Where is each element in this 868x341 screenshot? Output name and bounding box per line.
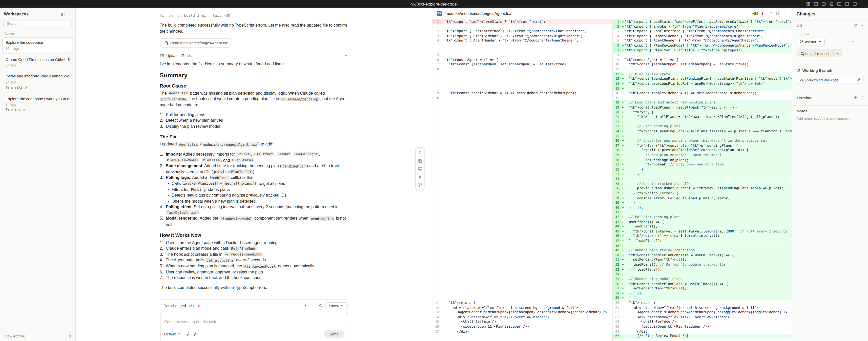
code-line: <div className="flex flex-1 overflow-hid… [445, 315, 612, 319]
diff-code-row: 3 "tk">import { RightSidebar } "tk">from… [432, 34, 612, 38]
workspace-item[interactable]: Install and integrate Vibe Kanban Web...… [2, 71, 73, 92]
diff-code-row: 32+ } [612, 167, 792, 172]
ahead-count: 1 [856, 39, 858, 43]
edit-branch-icon[interactable] [857, 78, 860, 82]
panel-collapse-icon[interactable] [61, 12, 65, 17]
chevron-down-icon[interactable] [344, 54, 348, 57]
workspace-timestamp: 6h ago [6, 63, 70, 67]
send-button[interactable]: Send [325, 330, 344, 337]
expand-icon[interactable] [860, 96, 863, 99]
mode-dropdown-label: Default [164, 332, 176, 336]
working-branch-input[interactable]: vk/3ccf-explore-the-code [797, 76, 864, 84]
diff-marker: + [621, 86, 625, 91]
code-line: } "tk">catch (error) { [625, 191, 792, 196]
line-number: 35 [612, 181, 621, 186]
list-item: 2. State management: Added state for tra… [160, 163, 348, 175]
notes-section-header[interactable]: Notes [792, 105, 868, 115]
more-icon[interactable] [860, 2, 863, 6]
workspace-item[interactable]: Explore the codebase I want you to ex...… [2, 93, 73, 115]
code-line: </div> [445, 329, 612, 334]
sub-list-item: •Opens the modal when a new plan is dete… [166, 198, 348, 205]
list-number: 4. [160, 205, 164, 216]
list-number: 3. [160, 175, 164, 205]
archive-count: 0 [69, 334, 71, 338]
diff-code-row: 48+ [612, 243, 792, 248]
attach-icon[interactable] [185, 332, 189, 336]
copy-icon[interactable] [417, 159, 422, 163]
sidebar-toggle-icon[interactable] [852, 2, 857, 6]
list-icon[interactable] [311, 304, 315, 308]
chat-scroll-area[interactable]: npm run build 2>&1 | tail -80The build c… [76, 8, 432, 300]
git-section-header[interactable]: Git [792, 21, 868, 30]
monitor-icon[interactable] [417, 166, 422, 171]
terminal-command[interactable]: npm run build 2>&1 | tail -80 [160, 12, 348, 21]
media-controls-icon[interactable] [798, 2, 802, 6]
diff-new-pane: 1+"tk">import { useState, "ema">useEffec… [612, 20, 792, 341]
pen-icon[interactable] [193, 332, 198, 336]
git-branch-icon[interactable] [417, 183, 422, 187]
sidebar-header: Workspaces [0, 8, 75, 20]
diff-deletions: -1 [760, 11, 763, 15]
git-section-body: medusa master 1 Open [792, 30, 868, 61]
diff-code-row: 55+ // Handle plan modal close [612, 277, 792, 282]
search-input[interactable] [3, 20, 72, 27]
code-line: setPendingPlan("tk">null); [625, 286, 792, 291]
deletions-count: -3 [22, 108, 25, 112]
more-icon[interactable] [783, 11, 787, 16]
panel-bottom-icon[interactable] [829, 2, 834, 6]
view-archive-link[interactable]: View Archive [5, 334, 25, 338]
diff-marker [441, 319, 444, 324]
assistant-paragraph: I updated Agent.tsx (medusa/src/pages/Ag… [160, 142, 348, 148]
line-number: 28 [612, 148, 621, 153]
composer-icons [185, 332, 197, 336]
split-view-icon[interactable] [776, 11, 780, 16]
version-dropdown[interactable]: Latest [326, 302, 347, 309]
diff-spacer-row [432, 76, 612, 82]
workspace-item[interactable]: Explore the codebase 35m ago [2, 37, 73, 53]
bullet-icon: • [168, 181, 169, 187]
code-line [625, 53, 792, 57]
diff-spacer-row [432, 239, 612, 243]
notes-placeholder[interactable]: Add notes about this workspace... [792, 115, 868, 121]
diff-code-row: 41+ [612, 210, 792, 215]
refresh-icon[interactable] [797, 69, 800, 72]
panel-left-icon[interactable] [821, 2, 826, 6]
refresh-icon[interactable] [854, 24, 857, 28]
diff-code-row: 52+ loadPlans(); // Refresh to update tr… [612, 262, 792, 267]
chevron-down-icon[interactable] [769, 11, 772, 16]
fold-icon[interactable] [417, 151, 422, 155]
split-view-icon[interactable] [814, 2, 818, 6]
diff-code-row: 13+ "tk">const [pendingPlan, setPendingP… [612, 76, 792, 82]
play-icon[interactable] [417, 175, 422, 179]
message-input[interactable] [164, 319, 344, 324]
todo-list-toggle[interactable]: Updated Todos [160, 51, 348, 60]
file-icon [6, 108, 9, 112]
grid-view-icon[interactable] [806, 2, 810, 6]
list-item: 1. Imports: Added necessary imports for … [160, 152, 348, 163]
branch-more-icon[interactable] [860, 40, 863, 43]
diff-marker: + [621, 220, 625, 224]
chevron-down-icon[interactable] [834, 51, 842, 55]
diff-code-row: 31+ "tk">break; // Only open one at a ti… [612, 162, 792, 167]
chevron-up-icon[interactable] [860, 24, 863, 28]
branch-selector[interactable]: master [797, 38, 825, 45]
asterisk-icon[interactable] [304, 304, 307, 307]
open-pr-button[interactable]: Open pull request [797, 49, 842, 57]
code-line: }, []); [625, 291, 792, 296]
new-workspace-icon[interactable] [68, 12, 71, 17]
mode-dropdown[interactable]: Default [164, 332, 181, 336]
tool-call-read[interactable]: Read medusa/src/pages/Agent.tsx [160, 38, 231, 48]
diff-code-row: 5 "tk">import { AgentHeader } "tk">from … [612, 38, 792, 43]
diff-panel: TS /medusa/medusa/src/pages/Agent.tsx +5… [432, 8, 792, 341]
assistant-paragraph: The Agent.tsx page was missing all plan … [160, 91, 348, 108]
refresh-icon[interactable] [319, 304, 322, 307]
diff-code-row: 9 "tk">const toggleSidebar = () => setSi… [432, 91, 612, 96]
diff-marker: + [621, 210, 625, 215]
layout-columns-icon[interactable] [844, 2, 849, 6]
panel-right-icon[interactable] [837, 2, 841, 6]
plus-icon[interactable] [854, 96, 857, 99]
workspace-item[interactable]: Create Good First Issues on Github So...… [2, 54, 73, 69]
terminal-section-header[interactable]: Terminal [792, 92, 868, 102]
diff-code-row: 11 "tk">return ( [432, 301, 612, 305]
code-line: "tk">import { AgentHeader } "tk">from "@… [445, 38, 612, 43]
